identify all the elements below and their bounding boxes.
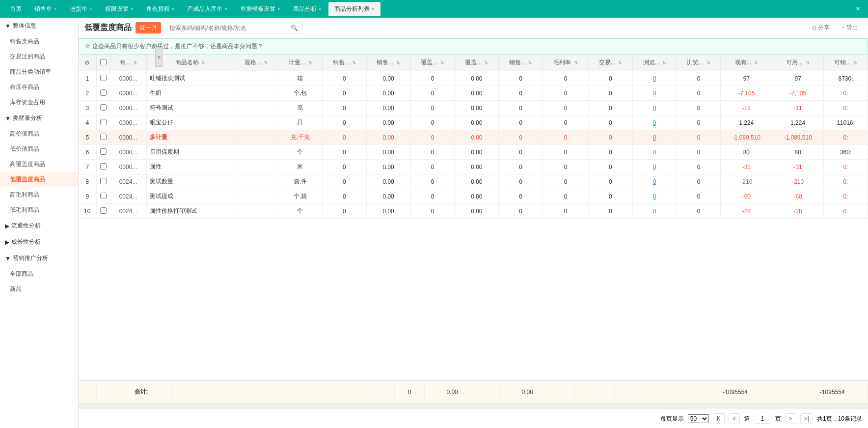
nav-item-permissions[interactable]: 权限设置 × xyxy=(99,2,139,16)
sidebar-item-category-sales-rate[interactable]: 商品分类动销率 xyxy=(0,64,78,80)
first-page-button[interactable]: K xyxy=(713,413,725,424)
nav-close-permissions[interactable]: × xyxy=(131,6,134,12)
cell-browse1[interactable]: 0 xyxy=(632,115,677,130)
cell-browse1[interactable]: 0 xyxy=(632,101,677,115)
cell-checkbox[interactable] xyxy=(96,130,110,145)
col-coverage2[interactable]: 覆盖... ⇅ xyxy=(455,55,499,71)
row-checkbox[interactable] xyxy=(100,163,107,170)
cell-browse1[interactable]: 0 xyxy=(632,189,677,204)
cell-checkbox[interactable] xyxy=(96,86,110,101)
col-sales-qty[interactable]: 销售... ⇅ xyxy=(322,55,366,71)
sidebar-section-marketing[interactable]: ▼ 营销推广分析 xyxy=(0,250,78,266)
cell-checkbox[interactable] xyxy=(96,115,110,130)
search-input[interactable] xyxy=(169,25,289,31)
sidebar-item-high-margin[interactable]: 高毛利商品 xyxy=(0,187,78,202)
cell-browse1[interactable]: 0 xyxy=(632,86,677,101)
nav-item-finished-goods[interactable]: 产成品入库单 × xyxy=(181,2,233,16)
nav-close-sales[interactable]: × xyxy=(54,6,57,12)
cell-browse1[interactable]: 0 xyxy=(632,71,677,86)
row-checkbox[interactable] xyxy=(100,148,107,155)
sidebar-section-circulation[interactable]: ▶ 流通性分析 xyxy=(0,218,78,234)
cell-checkbox[interactable] xyxy=(96,189,110,204)
nav-item-purchase[interactable]: 进货单 × xyxy=(64,2,98,16)
nav-item-product-analysis-list[interactable]: 商品分析列表 × xyxy=(328,2,380,16)
row-checkbox[interactable] xyxy=(100,193,107,199)
col-current-stock[interactable]: 现有... ⇅ xyxy=(721,55,772,71)
cell-browse1[interactable]: 0 xyxy=(632,204,677,219)
sidebar-item-in-stock-goods[interactable]: 有库存商品 xyxy=(0,80,78,95)
sidebar-item-sales-goods[interactable]: 销售类商品 xyxy=(0,34,78,49)
sidebar-item-low-margin[interactable]: 低毛利商品 xyxy=(0,202,78,218)
col-coverage1[interactable]: 覆盖... ⇅ xyxy=(410,55,455,71)
sidebar-section-overview[interactable]: ▼ 整体信息 xyxy=(0,18,78,34)
next-page-button[interactable]: > xyxy=(785,413,796,424)
col-browse1[interactable]: 浏览... ⇅ xyxy=(632,55,677,71)
cell-checkbox[interactable] xyxy=(96,204,110,219)
nav-item-roles[interactable]: 角色授权 × xyxy=(140,2,181,16)
cell-browse1[interactable]: 0 xyxy=(632,145,677,160)
sidebar-item-low-value[interactable]: 低价值商品 xyxy=(0,142,78,157)
nav-close-purchase[interactable]: × xyxy=(89,6,92,12)
horizontal-scrollbar[interactable] xyxy=(79,403,868,409)
row-checkbox[interactable] xyxy=(100,178,107,184)
col-transaction[interactable]: 交易... ⇅ xyxy=(588,55,632,71)
cell-sales-qty: 0 xyxy=(322,174,366,189)
cell-checkbox[interactable] xyxy=(96,174,110,189)
cell-checkbox[interactable] xyxy=(96,145,110,160)
col-available-stock[interactable]: 可用... ⇅ xyxy=(772,55,824,71)
nav-close-product-analysis-list[interactable]: × xyxy=(372,6,375,12)
nav-item-sales[interactable]: 销售单 × xyxy=(28,2,63,16)
settings-gear-icon[interactable]: ⚙ xyxy=(84,59,90,66)
cell-browse1[interactable]: 0 xyxy=(632,160,677,174)
nav-item-home[interactable]: 首页 xyxy=(4,2,27,16)
col-settings[interactable]: ⚙ xyxy=(79,55,96,71)
row-checkbox[interactable] xyxy=(100,104,107,111)
nav-close-roles[interactable]: × xyxy=(172,6,175,12)
sidebar-item-traded-goods[interactable]: 交易过的商品 xyxy=(0,49,78,64)
nav-close-product-analysis[interactable]: × xyxy=(319,6,322,12)
cell-browse1[interactable]: 0 xyxy=(632,130,677,145)
page-number-input[interactable] xyxy=(754,414,771,424)
cell-checkbox[interactable] xyxy=(96,101,110,115)
col-unit[interactable]: 计量... ⇅ xyxy=(278,55,323,71)
col-code[interactable]: 商... ⇅ xyxy=(110,55,146,71)
col-sales-amt[interactable]: 销售... ⇅ xyxy=(366,55,410,71)
row-checkbox[interactable] xyxy=(100,207,107,214)
prev-page-button[interactable]: < xyxy=(729,413,740,424)
row-checkbox[interactable] xyxy=(100,119,107,125)
sidebar-item-high-value[interactable]: 高价值商品 xyxy=(0,126,78,142)
sidebar-section-cluster-items: 高价值商品 低价值商品 高覆盖度商品 低覆盖度商品 高毛利商品 低毛利商品 xyxy=(0,126,78,218)
data-table-container[interactable]: ⚙ 商... ⇅ 商品名称 ⇅ 规格... ⇅ 计量... ⇅ 销售... ⇅ … xyxy=(79,55,868,380)
sidebar-section-cluster[interactable]: ▼ 类群量分析 xyxy=(0,110,78,126)
nav-item-product-analysis[interactable]: 商品分析 × xyxy=(287,2,327,16)
share-button[interactable]: ⎙ 分享 xyxy=(809,22,834,34)
cell-browse1[interactable]: 0 xyxy=(632,174,677,189)
col-gross-margin[interactable]: 毛利率 ⇅ xyxy=(543,55,589,71)
sidebar-collapse-button[interactable]: « xyxy=(155,47,163,67)
export-button[interactable]: ↑ 导出 xyxy=(838,22,862,34)
sidebar-section-growth[interactable]: ▶ 成长性分析 xyxy=(0,234,78,250)
row-checkbox[interactable] xyxy=(100,89,107,96)
nav-item-template[interactable]: 单据模板设置 × xyxy=(234,2,286,16)
col-saleable[interactable]: 可销... ⇅ xyxy=(824,55,868,71)
date-filter-button[interactable]: 近一月 xyxy=(136,22,161,33)
last-page-button[interactable]: >| xyxy=(800,413,813,424)
col-browse2[interactable]: 浏览... ⇅ xyxy=(677,55,721,71)
col-sales3[interactable]: 销售... ⇅ xyxy=(499,55,543,71)
sidebar-item-all-goods[interactable]: 全部商品 xyxy=(0,266,78,282)
sidebar-item-inventory-funds[interactable]: 库存资金占用 xyxy=(0,95,78,110)
window-close-button[interactable]: × xyxy=(852,2,864,15)
sidebar-item-low-coverage[interactable]: 低覆盖度商品 xyxy=(0,172,78,187)
select-all-checkbox[interactable] xyxy=(100,59,107,65)
nav-close-finished-goods[interactable]: × xyxy=(224,6,227,12)
row-checkbox[interactable] xyxy=(100,134,107,140)
sidebar-item-high-coverage[interactable]: 高覆盖度商品 xyxy=(0,157,78,172)
cell-checkbox[interactable] xyxy=(96,71,110,86)
col-spec[interactable]: 规格... ⇅ xyxy=(234,55,278,71)
cell-checkbox[interactable] xyxy=(96,160,110,174)
row-checkbox[interactable] xyxy=(100,75,107,81)
per-page-select[interactable]: 50 100 200 xyxy=(688,414,709,423)
sidebar-item-new-goods[interactable]: 新品 xyxy=(0,282,78,297)
nav-close-template[interactable]: × xyxy=(277,6,280,12)
search-input-wrap: 🔍 xyxy=(165,23,302,33)
